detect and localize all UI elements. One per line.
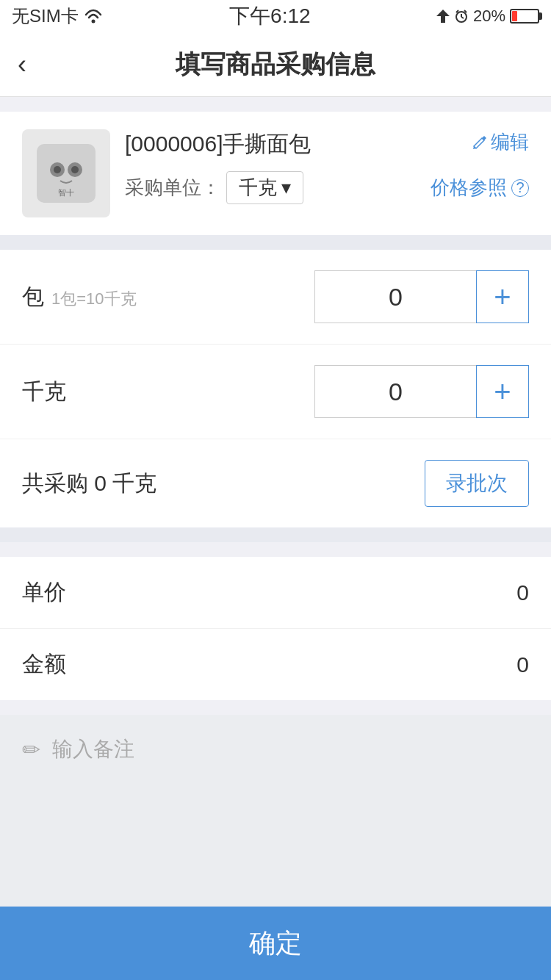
quantity-input-kg[interactable] bbox=[314, 365, 476, 418]
quantity-row-bao: 包 1包=10千克 + bbox=[0, 250, 551, 345]
quantity-plus-bao[interactable]: + bbox=[476, 270, 529, 323]
quantity-hint-bao: 1包=10千克 bbox=[51, 288, 137, 310]
quantity-plus-kg[interactable]: + bbox=[476, 365, 529, 418]
quantity-row-kg: 千克 + bbox=[0, 345, 551, 439]
product-card: 智十 [0000006]手撕面包 编辑 采购单位： 千克 ▾ bbox=[0, 112, 551, 235]
location-icon bbox=[436, 10, 450, 23]
status-bar: 无SIM卡 下午6:12 20% bbox=[0, 0, 551, 32]
product-name: [0000006]手撕面包 bbox=[125, 129, 311, 159]
svg-point-7 bbox=[54, 166, 61, 173]
total-row: 共采购 0 千克 录批次 bbox=[0, 439, 551, 527]
page-title: 填写商品采购信息 bbox=[176, 48, 375, 82]
svg-point-8 bbox=[71, 166, 79, 173]
back-button[interactable]: ‹ bbox=[18, 49, 26, 80]
svg-point-0 bbox=[91, 20, 95, 24]
unit-price-label: 单价 bbox=[22, 577, 66, 608]
record-batch-button[interactable]: 录批次 bbox=[425, 460, 529, 507]
unit-price-value: 0 bbox=[516, 580, 529, 605]
quantity-control-kg: + bbox=[314, 365, 529, 418]
confirm-label: 确定 bbox=[249, 926, 302, 962]
status-time: 下午6:12 bbox=[229, 2, 311, 30]
svg-text:智十: 智十 bbox=[58, 188, 74, 197]
edit-button[interactable]: 编辑 bbox=[472, 129, 529, 155]
amount-value: 0 bbox=[516, 652, 529, 677]
quantity-input-bao[interactable] bbox=[314, 270, 476, 323]
status-carrier: 无SIM卡 bbox=[12, 4, 104, 28]
remark-placeholder: 输入备注 bbox=[52, 735, 134, 763]
edit-icon bbox=[472, 134, 488, 151]
product-info: [0000006]手撕面包 编辑 采购单位： 千克 ▾ 价格参照 ? bbox=[125, 129, 529, 204]
nav-bar: ‹ 填写商品采购信息 bbox=[0, 32, 551, 97]
unit-label: 采购单位： bbox=[125, 175, 220, 201]
quantity-label-bao: 包 bbox=[22, 282, 44, 312]
svg-line-3 bbox=[461, 17, 464, 18]
battery-percent: 20% bbox=[473, 7, 505, 26]
product-thumbnail: 智十 bbox=[22, 129, 110, 217]
section-divider-1 bbox=[0, 235, 551, 250]
wifi-icon bbox=[83, 9, 104, 24]
quantity-label-kg: 千克 bbox=[22, 377, 66, 407]
remark-section[interactable]: ✏ 输入备注 bbox=[0, 715, 551, 784]
product-logo: 智十 bbox=[37, 144, 96, 203]
unit-price-row: 单价 0 bbox=[0, 557, 551, 629]
battery-icon bbox=[510, 9, 539, 24]
amount-label: 金额 bbox=[22, 649, 66, 680]
info-icon: ? bbox=[511, 179, 529, 197]
amount-row: 金额 0 bbox=[0, 629, 551, 700]
price-section: 单价 0 金额 0 bbox=[0, 557, 551, 700]
total-text: 共采购 0 千克 bbox=[22, 469, 156, 499]
status-right: 20% bbox=[436, 7, 539, 26]
confirm-button[interactable]: 确定 bbox=[0, 907, 551, 980]
section-divider-2 bbox=[0, 527, 551, 542]
quantity-section: 包 1包=10千克 + 千克 + bbox=[0, 250, 551, 439]
pencil-icon: ✏ bbox=[22, 737, 40, 763]
quantity-control-bao: + bbox=[314, 270, 529, 323]
price-reference-button[interactable]: 价格参照 ? bbox=[431, 175, 529, 201]
alarm-icon bbox=[454, 9, 469, 24]
chevron-down-icon: ▾ bbox=[281, 176, 291, 199]
carrier-text: 无SIM卡 bbox=[12, 4, 79, 28]
unit-selector[interactable]: 千克 ▾ bbox=[226, 171, 303, 204]
